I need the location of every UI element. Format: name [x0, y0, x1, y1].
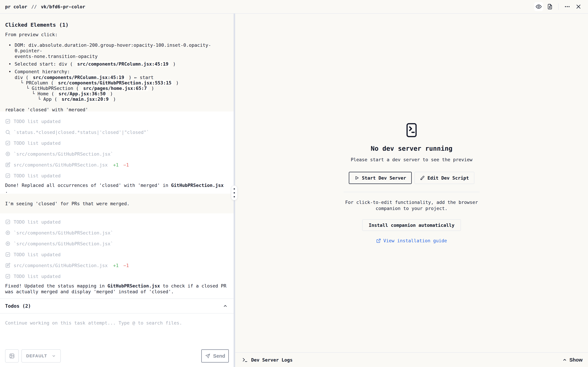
send-label: Send: [213, 353, 225, 359]
tool-log-row[interactable]: `src/components/GitHubPRSection.jsx`: [5, 149, 228, 159]
inline-code: src/main.jsx:20:9: [60, 96, 110, 102]
selected-start-bullet: • Selected start: div ( src/components/P…: [5, 61, 228, 67]
inline-code: src/components/GitHubPRSection.jsx:553:1…: [56, 80, 173, 86]
dev-server-buttons: Start Dev Server Edit Dev Script: [349, 172, 474, 184]
tool-log-row[interactable]: TODO list updated: [5, 271, 228, 282]
tool-log-row[interactable]: TODO list updated: [5, 217, 228, 227]
tool-log-row[interactable]: TODO list updated: [5, 249, 228, 260]
text-segment: GitHubPRSection.jsx: [107, 283, 160, 289]
edit-icon: [5, 263, 10, 268]
hierarchy-tree-row: └ GitHubPRSection ( src/pages/home.jsx:6…: [15, 86, 228, 91]
selected-start-text: Selected start: div ( src/components/PRC…: [15, 61, 228, 67]
tool-log-text: TODO list updated: [14, 219, 61, 225]
chevron-down-icon: [52, 354, 56, 358]
hierarchy-tree-row: └ PRColumn ( src/components/GitHubPRSect…: [15, 80, 228, 86]
chevron-up-icon[interactable]: [223, 303, 228, 309]
install-companion-label: Install companion automatically: [369, 223, 454, 228]
diff-view-button[interactable]: [545, 2, 554, 11]
text-segment: .: [5, 188, 8, 194]
tool-log-text: TODO list updated: [14, 252, 61, 257]
todo-icon: [5, 173, 10, 178]
text-segment: Done! Replaced all occurrences of 'close…: [5, 183, 171, 188]
play-icon: [355, 175, 359, 180]
panel-resize-handle[interactable]: [231, 185, 238, 200]
tool-log-text: `src/components/GitHubPRSection.jsx`: [14, 230, 113, 235]
text-segment: ): [110, 97, 116, 102]
start-dev-server-button[interactable]: Start Dev Server: [349, 172, 412, 184]
hierarchy-label: Component hierarchy:: [15, 69, 70, 74]
more-menu-button[interactable]: [563, 2, 572, 11]
external-link-icon: [376, 238, 381, 243]
file-diff-icon: [547, 4, 553, 10]
send-button[interactable]: Send: [201, 349, 229, 363]
install-companion-button[interactable]: Install companion automatically: [362, 219, 461, 231]
todos-label: Todos (2): [5, 303, 31, 309]
panel-resize-divider[interactable]: [233, 14, 235, 367]
tool-log-group-2: TODO list updated`src/components/GitHubP…: [5, 217, 228, 282]
edit-dev-script-button[interactable]: Edit Dev Script: [415, 172, 474, 184]
tool-log-group-1: TODO list updated`status.*closed|closed.…: [5, 116, 228, 181]
diff-added-count: +1: [113, 263, 119, 268]
preview-title: No dev server running: [371, 145, 452, 152]
todo-icon: [5, 119, 10, 124]
start-dev-server-label: Start Dev Server: [362, 175, 406, 181]
text-segment: ): [107, 91, 113, 96]
hierarchy-tree-row: div ( src/components/PRColumn.jsx:45:19 …: [15, 75, 228, 80]
show-logs-label: Show: [570, 357, 583, 363]
read-icon: [5, 151, 10, 157]
tool-log-row[interactable]: `src/components/GitHubPRSection.jsx`: [5, 238, 228, 249]
preview-subtitle: Please start a dev server to see the pre…: [351, 157, 472, 162]
pencil-icon: [420, 175, 425, 180]
preview-toggle-button[interactable]: [534, 2, 543, 11]
breadcrumb-separator: //: [31, 4, 37, 9]
assistant-message-fixed: Fixed! Updated the status mapping in Git…: [5, 283, 228, 295]
tool-log-row[interactable]: TODO list updated: [5, 116, 228, 127]
diff-removed-count: −1: [123, 162, 129, 167]
dom-path-text: DOM: div.absolute.duration-200.group-hov…: [15, 42, 228, 59]
dev-server-logs-label: Dev Server Logs: [251, 357, 293, 363]
clicked-elements-heading: Clicked Elements (1): [5, 22, 228, 28]
eye-icon: [536, 4, 542, 10]
tool-log-row[interactable]: `status.*closed|closed.*status|'closed'|…: [5, 127, 228, 138]
todos-collapsible-header[interactable]: Todos (2): [0, 299, 233, 314]
close-icon: [576, 4, 581, 9]
text-segment: Selected start: div (: [15, 61, 76, 67]
edit-dev-script-label: Edit Dev Script: [427, 175, 469, 181]
message-composer[interactable]: Continue working on this task attempt...…: [0, 314, 233, 367]
installation-guide-label: View installation guide: [383, 238, 447, 243]
companion-hint-text: For click-to-edit functionality, add the…: [344, 199, 480, 212]
dev-server-logs-bar: Dev Server Logs Show: [235, 352, 588, 367]
tool-log-text: src/components/GitHubPRSection.jsx: [14, 263, 108, 268]
tool-log-row[interactable]: src/components/GitHubPRSection.jsx+1−1: [5, 260, 228, 271]
mode-select-dropdown[interactable]: DEFAULT: [21, 349, 61, 363]
titlebar-separator: [558, 3, 559, 10]
text-segment: GitHubPRSection.jsx: [171, 183, 224, 188]
tool-log-row[interactable]: src/components/GitHubPRSection.jsx+1−1: [5, 159, 228, 170]
read-icon: [5, 230, 10, 235]
user-message-clicked-elements: Clicked Elements (1) From preview click:…: [0, 14, 233, 111]
attach-image-button[interactable]: [5, 349, 19, 363]
text-segment: ): [173, 80, 179, 85]
show-logs-toggle[interactable]: Show: [562, 357, 583, 363]
close-button[interactable]: [574, 2, 583, 11]
app-window: pr color // vk/bfd6-pr-color: [0, 0, 588, 367]
user-followup-text: I'm seeing 'closed' for PRs that were me…: [5, 201, 130, 206]
text-segment: ): [170, 61, 176, 67]
dev-server-logs-title: Dev Server Logs: [242, 357, 293, 363]
dom-bullet: • DOM: div.absolute.duration-200.group-h…: [5, 42, 228, 59]
inline-code: src/App.jsx:36:50: [57, 91, 107, 97]
component-hierarchy-bullet: • Component hierarchy: div ( src/compone…: [5, 69, 228, 102]
installation-guide-link[interactable]: View installation guide: [376, 238, 447, 243]
terminal-prompt-icon: [242, 357, 248, 363]
tool-log-row[interactable]: `src/components/GitHubPRSection.jsx`: [5, 227, 228, 238]
todo-icon: [5, 219, 10, 225]
paper-plane-icon: [205, 353, 210, 359]
tool-log-row[interactable]: TODO list updated: [5, 138, 228, 149]
clicked-elements-intro: From preview click:: [5, 32, 228, 37]
composer-toolbar: DEFAULT Send: [5, 349, 229, 363]
text-segment: └ Home (: [32, 91, 57, 96]
diff-added-count: +1: [113, 162, 119, 167]
tool-log-row[interactable]: TODO list updated: [5, 170, 228, 181]
tool-log-text: `src/components/GitHubPRSection.jsx`: [14, 241, 113, 246]
title-bar: pr color // vk/bfd6-pr-color: [0, 0, 588, 14]
